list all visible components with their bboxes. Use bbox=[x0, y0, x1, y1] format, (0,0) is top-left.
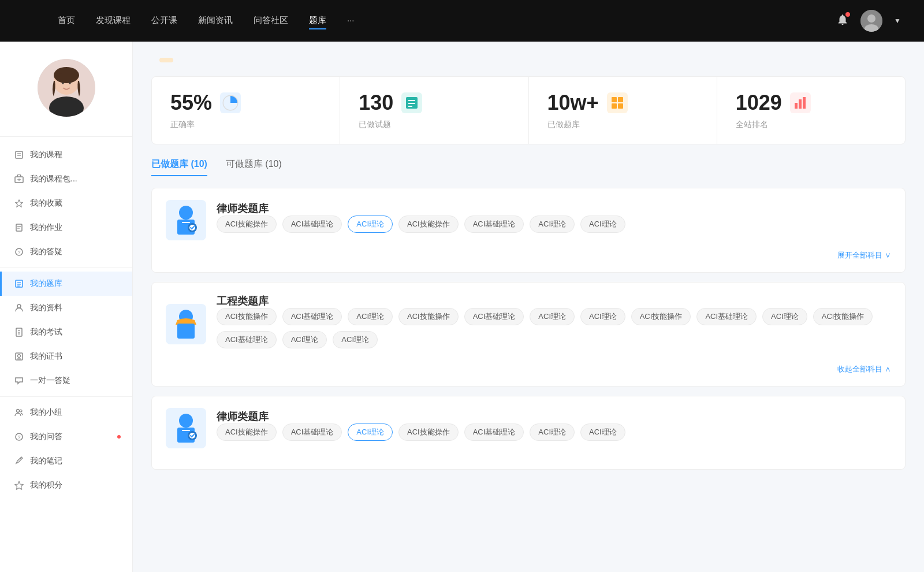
bank-tag[interactable]: ACI基础理论 bbox=[282, 424, 342, 441]
sidebar-item-exam[interactable]: 我的考试 bbox=[0, 320, 132, 344]
main-content: 55% 正确率 130 已做试题 10w+ 已做题库 1029 全站排名 已做题… bbox=[133, 42, 924, 572]
nav-link[interactable]: 发现课程 bbox=[96, 13, 131, 29]
qa-icon: ? bbox=[14, 247, 24, 257]
bank-tag[interactable]: ACI理论 bbox=[580, 216, 625, 233]
expand-link[interactable]: 收起全部科目 ∧ bbox=[837, 365, 891, 373]
sidebar-item-group[interactable]: 我的小组 bbox=[0, 400, 132, 425]
menu-item-label: 我的资料 bbox=[30, 303, 62, 313]
bank-tag[interactable]: ACI理论 bbox=[348, 308, 393, 325]
sidebar-item-package[interactable]: 我的课程包... bbox=[0, 167, 132, 191]
bank-tag[interactable]: ACI基础理论 bbox=[464, 216, 524, 233]
navbar: 首页发现课程公开课新闻资讯问答社区题库··· ▼ bbox=[0, 0, 924, 42]
stat-icon bbox=[607, 92, 628, 113]
sidebar-item-points[interactable]: 我的积分 bbox=[0, 473, 132, 497]
bank-tag[interactable]: ACI基础理论 bbox=[464, 308, 524, 325]
sidebar-item-profile[interactable]: 我的资料 bbox=[0, 296, 132, 320]
svg-point-31 bbox=[18, 355, 21, 358]
svg-point-33 bbox=[17, 410, 20, 413]
sidebar-item-bank[interactable]: 我的题库 bbox=[0, 272, 132, 296]
nav-link[interactable]: 首页 bbox=[58, 13, 75, 29]
menu-item-label: 一对一答疑 bbox=[30, 376, 70, 386]
bank-tab[interactable]: 可做题库 (10) bbox=[226, 158, 282, 176]
svg-text:?: ? bbox=[18, 250, 21, 255]
bank-tag[interactable]: ACI理论 bbox=[333, 331, 378, 348]
bank-tag[interactable]: ACI基础理论 bbox=[217, 331, 277, 348]
nav-link[interactable]: 公开课 bbox=[151, 13, 177, 29]
bank-tag[interactable]: ACI理论 bbox=[348, 216, 393, 233]
menu-item-label: 我的课程包... bbox=[30, 174, 77, 184]
svg-rect-9 bbox=[16, 151, 23, 158]
bank-tag[interactable]: ACI基础理论 bbox=[282, 308, 342, 325]
bank-icon bbox=[166, 408, 206, 448]
svg-rect-50 bbox=[803, 97, 806, 109]
svg-rect-47 bbox=[618, 103, 623, 109]
bank-tag[interactable]: ACI基础理论 bbox=[696, 308, 757, 325]
avatar[interactable] bbox=[860, 10, 882, 32]
bank-tag[interactable]: ACI技能操作 bbox=[813, 308, 873, 325]
bank-tag[interactable]: ACI理论 bbox=[580, 424, 625, 441]
question-icon: ? bbox=[14, 432, 24, 442]
bank-section: 工程类题库 ACI技能操作 ACI基础理论 ACI理论 ACI技能操作 ACI基… bbox=[151, 282, 906, 387]
svg-marker-38 bbox=[15, 481, 23, 489]
menu-item-label: 我的证书 bbox=[30, 351, 62, 362]
bank-tag[interactable]: ACI基础理论 bbox=[464, 424, 524, 441]
bank-tag[interactable]: ACI技能操作 bbox=[398, 308, 459, 325]
stat-value: 1029 bbox=[736, 91, 782, 115]
notification-bell[interactable] bbox=[836, 13, 849, 28]
bank-tag[interactable]: ACI技能操作 bbox=[398, 216, 459, 233]
bank-tag[interactable]: ACI技能操作 bbox=[631, 308, 691, 325]
nav-link[interactable]: 新闻资讯 bbox=[198, 13, 233, 29]
sidebar-item-course[interactable]: 我的课程 bbox=[0, 143, 132, 167]
bank-tag[interactable]: ACI理论 bbox=[530, 216, 575, 233]
nav-link[interactable]: 题库 bbox=[309, 13, 326, 29]
stat-icon bbox=[220, 92, 241, 113]
svg-text:?: ? bbox=[18, 434, 21, 440]
package-icon bbox=[14, 174, 24, 184]
expand-link[interactable]: 展开全部科目 ∨ bbox=[837, 251, 891, 259]
svg-rect-55 bbox=[182, 222, 190, 223]
bank-tag[interactable]: ACI技能操作 bbox=[217, 216, 277, 233]
stat-value: 10w+ bbox=[547, 91, 599, 115]
bank-title: 工程类题库 bbox=[217, 294, 891, 308]
unread-dot bbox=[117, 435, 121, 439]
bank-tag[interactable]: ACI技能操作 bbox=[217, 424, 277, 441]
stat-label: 已做题库 bbox=[547, 120, 698, 130]
cert-icon bbox=[14, 351, 24, 362]
svg-point-25 bbox=[17, 304, 21, 308]
page-header bbox=[151, 58, 906, 62]
account-chevron[interactable]: ▼ bbox=[894, 17, 901, 25]
sidebar-item-question[interactable]: ? 我的问答 bbox=[0, 425, 132, 449]
bank-title: 律师类题库 bbox=[217, 202, 625, 216]
svg-point-34 bbox=[20, 410, 22, 412]
stat-item: 130 已做试题 bbox=[340, 77, 528, 144]
nav-link[interactable]: ··· bbox=[347, 13, 355, 29]
group-icon bbox=[14, 407, 24, 418]
svg-rect-49 bbox=[799, 99, 802, 109]
bank-tag[interactable]: ACI理论 bbox=[530, 308, 575, 325]
menu-item-label: 我的积分 bbox=[30, 480, 62, 491]
sidebar-profile bbox=[0, 42, 132, 137]
stat-label: 正确率 bbox=[170, 120, 321, 130]
sidebar-item-oneone[interactable]: 一对一答疑 bbox=[0, 369, 132, 393]
star-icon bbox=[14, 198, 24, 209]
sidebar-item-star[interactable]: 我的收藏 bbox=[0, 191, 132, 216]
menu-item-label: 我的课程 bbox=[30, 150, 62, 160]
bank-tag[interactable]: ACI理论 bbox=[580, 308, 625, 325]
bank-tag[interactable]: ACI理论 bbox=[348, 424, 393, 441]
homework-icon bbox=[14, 222, 24, 233]
sidebar-item-qa[interactable]: ? 我的答疑 bbox=[0, 240, 132, 264]
bank-tag[interactable]: ACI基础理论 bbox=[282, 216, 342, 233]
tags-row: ACI技能操作 ACI基础理论 ACI理论 ACI技能操作 ACI基础理论 AC… bbox=[217, 216, 625, 233]
bank-tag[interactable]: ACI技能操作 bbox=[398, 424, 459, 441]
bank-list: 律师类题库 ACI技能操作 ACI基础理论 ACI理论 ACI技能操作 ACI基… bbox=[151, 188, 906, 470]
bank-tab[interactable]: 已做题库 (10) bbox=[151, 158, 207, 176]
bank-tag[interactable]: ACI理论 bbox=[762, 308, 807, 325]
bank-tag[interactable]: ACI技能操作 bbox=[217, 308, 277, 325]
menu-item-label: 我的题库 bbox=[30, 278, 62, 289]
sidebar-item-homework[interactable]: 我的作业 bbox=[0, 216, 132, 240]
bank-tag[interactable]: ACI理论 bbox=[530, 424, 575, 441]
sidebar-item-notes[interactable]: 我的笔记 bbox=[0, 449, 132, 473]
bank-tag[interactable]: ACI理论 bbox=[282, 331, 327, 348]
sidebar-item-cert[interactable]: 我的证书 bbox=[0, 344, 132, 369]
nav-link[interactable]: 问答社区 bbox=[254, 13, 288, 29]
